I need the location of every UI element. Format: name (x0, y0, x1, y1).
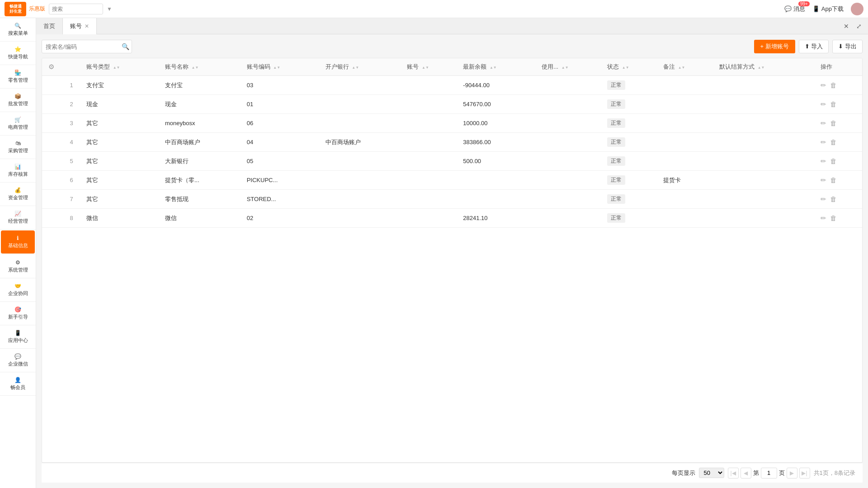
tab-maximize-button[interactable]: ⤢ (854, 21, 864, 32)
user-avatar[interactable] (851, 3, 863, 15)
page-input[interactable] (761, 468, 777, 479)
page-prev-button[interactable]: ◀ (741, 468, 751, 479)
row-settings-cell (42, 76, 60, 95)
row-account-code: PICKUPC... (243, 171, 322, 190)
status-badge: 正常 (607, 137, 625, 147)
sidebar-item-label: 应用中心 (2, 337, 34, 344)
row-status: 正常 (604, 133, 660, 152)
search-icon[interactable]: 🔍 (122, 43, 129, 50)
delete-icon[interactable]: 🗑 (830, 81, 837, 89)
col-status[interactable]: 状态 ▲▼ (604, 58, 660, 76)
status-badge: 正常 (607, 194, 625, 204)
row-status: 正常 (604, 190, 660, 209)
sidebar-item-search-menu[interactable]: 🔍 搜索菜单 (0, 18, 36, 42)
col-opening-bank[interactable]: 开户银行 ▲▼ (322, 58, 404, 76)
delete-icon[interactable]: 🗑 (830, 138, 837, 146)
delete-icon[interactable]: 🗑 (830, 214, 837, 222)
delete-icon[interactable]: 🗑 (830, 119, 837, 127)
add-account-button[interactable]: + 新增账号 (754, 40, 795, 53)
col-opening-bank-label: 开户银行 (326, 63, 349, 70)
search-menu-icon: 🔍 (2, 23, 34, 29)
delete-icon[interactable]: 🗑 (830, 176, 837, 184)
row-default-settlement (716, 133, 817, 152)
row-usage (538, 133, 604, 152)
tab-accounts-close[interactable]: ✕ (85, 23, 89, 29)
row-usage (538, 171, 604, 190)
edit-icon[interactable]: ✏ (821, 195, 826, 203)
import-button[interactable]: ⬆ 导入 (799, 40, 829, 53)
status-badge: 正常 (607, 156, 625, 166)
app-download-button[interactable]: 📱 App下载 (812, 5, 844, 13)
col-account-code[interactable]: 账号编码 ▲▼ (243, 58, 322, 76)
sidebar-item-purchase-mgmt[interactable]: 🛍 采购管理 (0, 136, 36, 159)
sidebar-item-wholesale-mgmt[interactable]: 📦 批发管理 (0, 89, 36, 112)
gear-icon: ⚙ (48, 63, 54, 70)
col-account-type[interactable]: 账号类型 ▲▼ (83, 58, 161, 76)
tab-home[interactable]: 首页 (36, 18, 63, 34)
sidebar-item-newbie-guide[interactable]: 🎯 新手引导 (0, 302, 36, 325)
delete-icon[interactable]: 🗑 (830, 100, 837, 108)
row-latest-balance: 500.00 (459, 152, 538, 171)
sidebar-item-operations-mgmt[interactable]: 📈 经营管理 (0, 206, 36, 230)
edit-icon[interactable]: ✏ (821, 176, 826, 184)
sidebar-item-retail-mgmt[interactable]: 🏪 零售管理 (0, 65, 36, 89)
col-account-no[interactable]: 账号 ▲▼ (403, 58, 459, 76)
row-usage (538, 209, 604, 228)
sidebar-item-ecommerce-mgmt[interactable]: 🛒 电商管理 (0, 112, 36, 136)
row-settings-cell (42, 209, 60, 228)
message-button[interactable]: 💬 消息 99+ (784, 5, 805, 13)
page-last-button[interactable]: ▶| (799, 468, 810, 479)
edit-icon[interactable]: ✏ (821, 157, 826, 165)
col-remark[interactable]: 备注 ▲▼ (660, 58, 716, 76)
page-next-button[interactable]: ▶ (787, 468, 797, 479)
edit-icon[interactable]: ✏ (821, 138, 826, 146)
export-button[interactable]: ⬇ 导出 (832, 40, 863, 53)
status-badge: 正常 (607, 99, 625, 109)
operations-icon: 📈 (2, 211, 34, 217)
row-remark (660, 95, 716, 114)
page-size-select[interactable]: 50 20 100 (699, 468, 724, 478)
top-search-input[interactable] (49, 4, 103, 14)
search-wrap: 🔍 (42, 40, 132, 53)
tab-accounts[interactable]: 账号 ✕ (63, 18, 97, 34)
col-latest-balance[interactable]: 最新余额 ▲▼ (459, 58, 538, 76)
sidebar-item-app-center[interactable]: 📱 应用中心 (0, 325, 36, 349)
col-account-name[interactable]: 账号名称 ▲▼ (161, 58, 243, 76)
row-actions: ✏ 🗑 (817, 209, 862, 228)
sidebar-item-label: 采购管理 (2, 147, 34, 154)
page-suffix: 页 (779, 469, 785, 477)
delete-icon[interactable]: 🗑 (830, 195, 837, 203)
tab-close-button[interactable]: ✕ (841, 21, 852, 32)
edit-icon[interactable]: ✏ (821, 81, 826, 89)
delete-icon[interactable]: 🗑 (830, 157, 837, 165)
sidebar-item-inventory-check[interactable]: 📊 库存核算 (0, 159, 36, 183)
sidebar-item-system-mgmt[interactable]: ⚙ 系统管理 (0, 255, 36, 278)
row-latest-balance: 383866.00 (459, 133, 538, 152)
col-status-label: 状态 (607, 63, 619, 70)
row-account-code: 02 (243, 209, 322, 228)
col-settings[interactable]: ⚙ (42, 58, 60, 76)
row-account-no (403, 95, 459, 114)
action-icons: ✏ 🗑 (821, 157, 859, 165)
search-input[interactable] (46, 43, 122, 50)
sidebar-item-enterprise-agreement[interactable]: 🤝 企业协同 (0, 278, 36, 302)
edit-icon[interactable]: ✏ (821, 214, 826, 222)
row-account-type: 微信 (83, 209, 161, 228)
row-latest-balance: 28241.10 (459, 209, 538, 228)
edit-icon[interactable]: ✏ (821, 119, 826, 127)
sidebar-item-enterprise-wechat[interactable]: 💬 企业微信 (0, 349, 36, 372)
sort-icon: ▲▼ (678, 66, 685, 70)
basic-info-icon: ℹ (3, 235, 33, 241)
sidebar-item-finance-mgmt[interactable]: 💰 资金管理 (0, 183, 36, 206)
row-account-name: 现金 (161, 95, 243, 114)
edit-icon[interactable]: ✏ (821, 100, 826, 108)
row-settings-cell (42, 95, 60, 114)
col-default-settlement[interactable]: 默认结算方式 ▲▼ (716, 58, 817, 76)
sidebar-item-quick-nav[interactable]: ⭐ 快捷导航 (0, 42, 36, 65)
sidebar-item-basic-info[interactable]: ℹ 基础信息 (1, 230, 35, 254)
row-remark (660, 114, 716, 133)
col-usage[interactable]: 使用... ▲▼ (538, 58, 604, 76)
row-actions: ✏ 🗑 (817, 114, 862, 133)
sidebar-item-member[interactable]: 👤 畅会员 (0, 372, 36, 396)
page-first-button[interactable]: |◀ (728, 468, 739, 479)
